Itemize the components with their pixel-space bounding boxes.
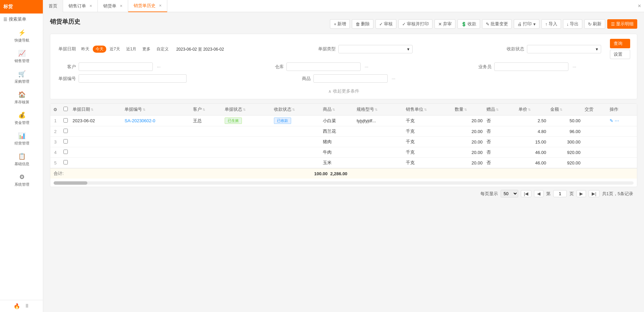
date-chip-more[interactable]: 更多 [140, 46, 153, 53]
date-sort-icon: ⇅ [91, 108, 93, 111]
collect-button[interactable]: 💲收款 [457, 19, 480, 29]
row-checkbox-5[interactable] [60, 158, 71, 168]
row-deal-4 [583, 147, 608, 158]
tab-home-label: 首页 [49, 3, 57, 9]
goods-ellipsis[interactable]: ··· [390, 76, 397, 81]
goods-input[interactable] [313, 74, 388, 83]
collect-status-select[interactable]: ▾ [527, 45, 601, 53]
sidebar-item-operations[interactable]: 📊 经营管理 [0, 128, 43, 149]
sidebar-item-inventory[interactable]: 🏠 库存核算 [0, 87, 43, 107]
date-chip-today[interactable]: 今天 [93, 46, 106, 53]
row-action-4 [608, 147, 637, 158]
import-button[interactable]: ↑导入 [541, 19, 561, 29]
collapse-bar[interactable]: ∧ 收起更多条件 [57, 86, 630, 94]
search-menu-label: 搜索菜单 [9, 16, 26, 22]
refresh-icon: ↻ [588, 22, 592, 27]
tab-sales-order[interactable]: 销售订单 ✕ [63, 0, 98, 12]
salesperson-ellipsis[interactable]: ··· [571, 64, 578, 69]
sidebar-item-purchase-mgmt[interactable]: 🛒 采购管理 [0, 66, 43, 87]
tab-sales-order-close[interactable]: ✕ [89, 4, 92, 8]
tab-sales-goods[interactable]: 销货单 ✕ [98, 0, 128, 12]
date-column-header[interactable]: 单据日期⇅ [71, 104, 122, 115]
show-detail-button[interactable]: ☰显示明细 [607, 19, 637, 29]
row-doc-no-2[interactable] [122, 126, 191, 137]
edit-icon[interactable]: ✎ [610, 118, 613, 123]
horizontal-scrollbar[interactable] [54, 181, 634, 185]
date-chip-yesterday[interactable]: 昨天 [79, 46, 92, 53]
batch-change-button[interactable]: ✎批量变更 [482, 19, 512, 29]
sidebar-item-quick-nav[interactable]: ⚡ 快捷导航 [0, 25, 43, 46]
doc-no-column-header[interactable]: 单据编号⇅ [122, 104, 191, 115]
last-page-button[interactable]: ▶| [589, 190, 599, 197]
delete-button[interactable]: 🗑删除 [352, 19, 373, 29]
prev-page-button[interactable]: ◀ [534, 190, 543, 197]
add-button[interactable]: +新增 [330, 19, 350, 29]
doc-no-filter-field: 单据编号 [57, 74, 187, 83]
row-doc-no-4[interactable] [122, 147, 191, 158]
customer-column-header[interactable]: 客户⇅ [191, 104, 223, 115]
row-spec-1: tyjyjtyjdf... [355, 115, 403, 126]
print-button[interactable]: 🖨打印▾ [514, 19, 539, 29]
gift-column-header[interactable]: 赠品⇅ [484, 104, 516, 115]
sidebar-fire-icon[interactable]: 🔥 [13, 303, 20, 309]
gear-column-header[interactable]: ⚙ [50, 104, 60, 115]
customer-input[interactable] [79, 62, 153, 71]
checkbox-column-header[interactable] [60, 104, 71, 115]
price-column-header[interactable]: 单价⇅ [516, 104, 548, 115]
tab-sales-history[interactable]: 销货单历史 ✕ [128, 0, 167, 12]
customer-ellipsis[interactable]: ··· [156, 64, 162, 69]
page-size-select[interactable]: 50 100 200 [501, 190, 518, 198]
tab-home[interactable]: 首页 [43, 0, 63, 12]
sidebar-item-sales-mgmt[interactable]: 📈 销售管理 [0, 46, 43, 66]
sidebar-item-sys-mgmt[interactable]: ⚙ 系统管理 [0, 169, 43, 190]
row-checkbox-3[interactable] [60, 137, 71, 147]
table-row: 3猪肉千克20.00否15.00300.00 [50, 137, 637, 147]
row-doc-no-5[interactable] [122, 158, 191, 168]
goods-column-header[interactable]: 商品⇅ [321, 104, 355, 115]
salesperson-input[interactable] [494, 62, 568, 71]
setting-button[interactable]: 设置 [610, 50, 630, 59]
scrollbar-thumb[interactable] [54, 181, 87, 185]
tab-sales-goods-close[interactable]: ✕ [120, 4, 122, 8]
doc-no-input[interactable] [79, 74, 187, 83]
tab-bar-close[interactable]: ✕ [638, 3, 644, 8]
qty-column-header[interactable]: 数量⇅ [453, 104, 484, 115]
refresh-button[interactable]: ↻刷新 [584, 19, 605, 29]
row-doc-no-1[interactable]: SA-20230602-0 [122, 115, 191, 126]
date-chip-7days[interactable]: 近7天 [107, 46, 123, 53]
tab-sales-history-close[interactable]: ✕ [159, 4, 162, 7]
sidebar-item-base-info[interactable]: 📋 基础信息 [0, 149, 43, 169]
row-checkbox-1[interactable] [60, 115, 71, 126]
row-doc-no-3[interactable] [122, 137, 191, 147]
date-chip-1month[interactable]: 近1月 [123, 46, 139, 53]
more-icon[interactable]: ⋯ [615, 118, 619, 123]
doc-type-select[interactable]: ▾ [338, 45, 413, 53]
doc-status-column-header[interactable]: 单据状态⇅ [223, 104, 272, 115]
spec-column-header[interactable]: 规格型号⇅ [355, 104, 403, 115]
amount-column-header[interactable]: 金额⇅ [548, 104, 583, 115]
warehouse-ellipsis[interactable]: ··· [363, 64, 370, 69]
import-icon: ↑ [545, 22, 548, 27]
row-price-1: 2.50 [516, 115, 548, 126]
warehouse-input[interactable] [286, 62, 361, 71]
row-checkbox-2[interactable] [60, 126, 71, 137]
export-button[interactable]: ↓导出 [563, 19, 583, 29]
row-checkbox-4[interactable] [60, 147, 71, 158]
select-all-checkbox[interactable] [63, 107, 68, 111]
unit-column-header[interactable]: 销售单位⇅ [404, 104, 453, 115]
abandon-button[interactable]: ✕弃审 [435, 19, 455, 29]
date-chip-custom[interactable]: 自定义 [154, 46, 171, 53]
page-number-input[interactable] [553, 190, 567, 197]
audit-button[interactable]: ✓审核 [375, 19, 396, 29]
query-button[interactable]: 查询 [610, 39, 630, 48]
page-title: 销货单历史 [50, 18, 80, 26]
qty-sort-icon: ⇅ [464, 108, 467, 111]
tab-sales-order-label: 销售订单 [68, 3, 86, 9]
collect-status-column-header[interactable]: 收款状态⇅ [272, 104, 321, 115]
sidebar-item-finance[interactable]: 💰 资金管理 [0, 107, 43, 128]
first-page-button[interactable]: |◀ [521, 190, 531, 197]
audit-print-button[interactable]: ✓审核并打印 [398, 19, 432, 29]
sidebar-item-search-menu[interactable]: ☰ 搜索菜单 [0, 14, 43, 25]
sidebar-pause-icon[interactable]: ⏸ [24, 303, 30, 309]
next-page-button[interactable]: ▶ [577, 190, 586, 197]
